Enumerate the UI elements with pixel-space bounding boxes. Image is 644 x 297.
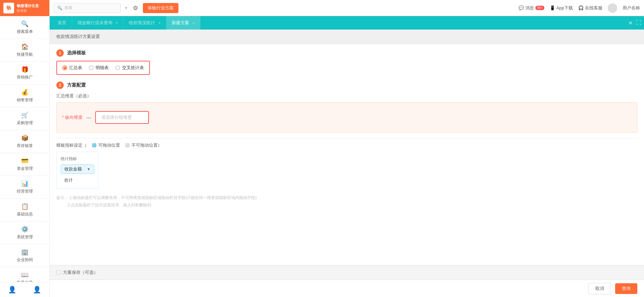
- form-body: 1 选择模板 汇总表 明细表 交叉统计表: [50, 44, 644, 265]
- query-button[interactable]: 查询: [615, 283, 637, 294]
- radio-summary-circle: [62, 65, 67, 70]
- sidebar-item-marketing[interactable]: 🎁 营销推广: [0, 62, 49, 85]
- finance-label: 资金管理: [17, 166, 33, 171]
- sidebar-item-sales[interactable]: 💰 销售管理: [0, 85, 49, 107]
- tab-collection-stats[interactable]: 收款情况统计 ×: [123, 16, 166, 30]
- logo: 畅 畅捷通好生意 标准版: [0, 0, 49, 16]
- download-item[interactable]: 📱 App下载: [550, 5, 573, 11]
- sidebar-item-finance[interactable]: 💳 资金管理: [0, 153, 49, 176]
- dimension-area: * 纵向维度 — 请选择分组维度: [56, 102, 637, 133]
- page-header: 收款情况统计方案设置: [50, 30, 644, 44]
- tab-new-plan[interactable]: 新建方案 ×: [166, 16, 200, 30]
- radio-summary[interactable]: 汇总表: [62, 65, 82, 71]
- gear-icon[interactable]: ⚙: [131, 3, 140, 13]
- tab-bank-flow[interactable]: 现金银行流水查询 ×: [72, 16, 123, 30]
- search-menu-label: 搜索菜单: [17, 29, 33, 35]
- message-badge: 99+: [535, 6, 544, 10]
- radio-cross-circle: [115, 65, 120, 70]
- tab-home-label: 首页: [58, 20, 66, 26]
- support-label: 在线客服: [585, 5, 602, 11]
- topbar-search[interactable]: 🔍 搜索: [54, 3, 121, 13]
- tabbar: 首页 现金银行流水查询 × 收款情况统计 × 新建方案 × ✕ ⛶: [50, 16, 644, 30]
- dimension-input-placeholder: 请选择分组维度: [101, 115, 132, 120]
- finance-icon: 💳: [21, 157, 29, 164]
- topbar-chevron-icon[interactable]: ▼: [124, 6, 128, 10]
- tab-new-plan-close[interactable]: ×: [193, 21, 195, 25]
- message-icon: 💬: [519, 5, 524, 10]
- dimension-arrow: —: [87, 115, 91, 120]
- save-plan-checkbox[interactable]: 方案保存（可选）: [56, 269, 98, 276]
- hint-2: 2.点击标题栏下拉可设置排序、插入列和删除列: [56, 202, 637, 209]
- legend-movable-label: 可拖动位置: [98, 142, 120, 148]
- sidebar-item-operations[interactable]: 📊 经营管理: [0, 176, 49, 199]
- sidebar-bottom-user2[interactable]: 👤: [33, 286, 41, 294]
- step1-header: 1 选择模板: [56, 49, 637, 57]
- legend-movable: 可拖动位置: [92, 142, 120, 148]
- sidebar-nav: 🔍 搜索菜单 🏠 快捷导航 🎁 营销推广 💰 销售管理 🛒 采购管理 📦 库存核…: [0, 16, 49, 282]
- corp-collab-label: 企业协同: [17, 257, 33, 263]
- sidebar: 畅 畅捷通好生意 标准版 🔍 搜索菜单 🏠 快捷导航 🎁 营销推广 💰 销售管理…: [0, 0, 50, 297]
- step2-number: 2: [56, 82, 64, 89]
- purchase-label: 采购管理: [17, 120, 33, 126]
- sidebar-item-purchase[interactable]: 🛒 采购管理: [0, 107, 49, 130]
- page-content: 收款情况统计方案设置 1 选择模板 汇总表 明细表: [50, 30, 644, 280]
- message-item[interactable]: 💬 消息 99+: [519, 5, 544, 11]
- radio-detail-label: 明细表: [96, 65, 109, 71]
- metrics-card-title: 统计指标: [61, 156, 94, 162]
- user-avatar[interactable]: [608, 3, 617, 13]
- support-icon: 🎧: [578, 5, 584, 10]
- download-label: App下载: [556, 5, 573, 11]
- operations-icon: 📊: [21, 180, 29, 187]
- sidebar-item-system[interactable]: ⚙️ 系统管理: [0, 221, 49, 244]
- metric-chip-dropdown-icon[interactable]: ▼: [87, 167, 91, 171]
- logo-brand: 畅捷通好生意: [17, 3, 39, 8]
- hint-1: 提示： 1.拖动标题栏可以调整布局，不可跨维度或指标区域拖动栏目字段(只能在同一…: [56, 194, 637, 202]
- tab-bank-flow-close[interactable]: ×: [116, 21, 118, 25]
- logo-text: 畅捷通好生意 标准版: [17, 3, 39, 13]
- tabbar-close-icon[interactable]: ✕: [628, 20, 633, 26]
- message-label: 消息: [525, 5, 534, 11]
- tab-collection-stats-close[interactable]: ×: [158, 21, 160, 25]
- tab-home[interactable]: 首页: [52, 16, 72, 30]
- section-divider: [56, 138, 637, 138]
- search-icon: 🔍: [57, 6, 62, 10]
- inventory-icon: 📦: [21, 134, 29, 142]
- metric-chip-collection[interactable]: 收款金额 ▼: [61, 164, 94, 174]
- breadcrumb: 收款情况统计方案设置: [56, 34, 100, 39]
- search-placeholder: 搜索: [64, 5, 72, 11]
- metrics-section: 模板指标设定（ 可拖动位置 不可拖动位置） 统计指标: [56, 142, 637, 189]
- save-plan-checkbox-box: [56, 270, 61, 275]
- metrics-header: 模板指标设定（ 可拖动位置 不可拖动位置）: [56, 142, 637, 148]
- user-name: 用户名称: [623, 5, 640, 11]
- new-guide-icon: 📖: [21, 271, 29, 279]
- legend-fixed-dot: [125, 143, 129, 147]
- cancel-button[interactable]: 取消: [588, 283, 611, 294]
- radio-summary-label: 汇总表: [69, 65, 82, 71]
- logo-icon: 畅: [3, 3, 14, 13]
- radio-detail[interactable]: 明细表: [89, 65, 109, 71]
- sidebar-item-corp-collab[interactable]: 🏢 企业协同: [0, 244, 49, 267]
- sidebar-item-quick-nav[interactable]: 🏠 快捷导航: [0, 39, 49, 62]
- sidebar-item-new-guide[interactable]: 📖 新手引导: [0, 267, 49, 282]
- hint-section: 提示： 1.拖动标题栏可以调整布局，不可跨维度或指标区域拖动栏目字段(只能在同一…: [56, 194, 637, 209]
- dimension-row-label: * 纵向维度: [62, 114, 83, 120]
- sidebar-bottom-user1[interactable]: 👤: [8, 286, 16, 294]
- sidebar-item-search-menu[interactable]: 🔍 搜索菜单: [0, 16, 49, 39]
- sidebar-item-inventory[interactable]: 📦 库存核算: [0, 130, 49, 153]
- dimension-input[interactable]: 请选择分组维度: [95, 111, 149, 124]
- marketing-label: 营销推广: [17, 75, 33, 80]
- industry-plan-button[interactable]: 体验行业方案: [143, 3, 178, 13]
- corp-collab-icon: 🏢: [21, 248, 29, 256]
- tab-collection-stats-label: 收款情况统计: [129, 20, 155, 26]
- page-footer: 方案保存（可选）: [50, 265, 644, 280]
- tabbar-expand-icon[interactable]: ⛶: [636, 20, 641, 26]
- sidebar-item-basic-info[interactable]: 📋 基础信息: [0, 199, 49, 221]
- step1-title: 选择模板: [67, 50, 86, 56]
- save-plan-checkbox-label: 方案保存（可选）: [63, 269, 98, 276]
- marketing-icon: 🎁: [21, 66, 29, 73]
- topbar-right: 💬 消息 99+ 📱 App下载 🎧 在线客服 用户名称: [519, 3, 640, 13]
- radio-cross[interactable]: 交叉统计表: [115, 65, 144, 71]
- support-item[interactable]: 🎧 在线客服: [578, 5, 602, 11]
- step2-title: 方案配置: [67, 82, 86, 88]
- step2-header: 2 方案配置: [56, 82, 637, 89]
